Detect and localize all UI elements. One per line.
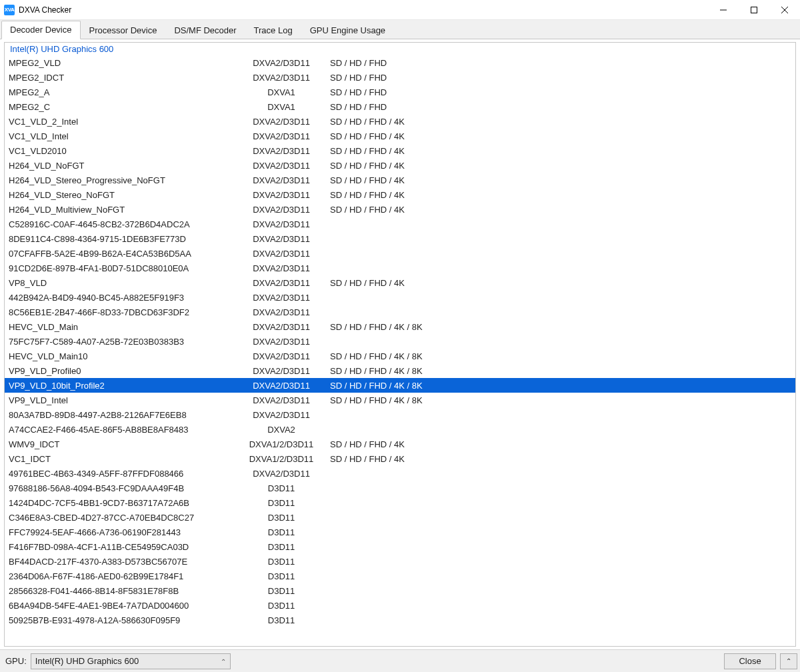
decoder-row[interactable]: VC1_VLD_IntelDXVA2/D3D11SD / HD / FHD / … [5, 129, 795, 143]
decoder-row[interactable]: VP9_VLD_Profile0DXVA2/D3D11SD / HD / FHD… [5, 363, 795, 378]
decoder-row[interactable]: 50925B7B-E931-4978-A12A-586630F095F9D3D1… [5, 613, 795, 627]
expand-button[interactable]: ⌃ [780, 653, 797, 669]
maximize-button[interactable] [739, 0, 769, 20]
decoder-row[interactable]: MPEG2_CDXVA1SD / HD / FHD [5, 99, 795, 114]
close-window-button[interactable] [769, 0, 800, 20]
chevron-up-icon: ⌃ [786, 657, 791, 665]
decoder-row[interactable]: 80A3A7BD-89D8-4497-A2B8-2126AF7E6EB8DXVA… [5, 407, 795, 422]
minimize-icon [720, 7, 727, 13]
decoder-api: DXVA2/D3D11 [238, 307, 325, 317]
decoder-row[interactable]: WMV9_IDCTDXVA1/2/D3D11SD / HD / FHD / 4K [5, 437, 795, 451]
tab-ds-mf-decoder[interactable]: DS/MF Decoder [165, 21, 245, 39]
decoder-api: DXVA2/D3D11 [238, 410, 325, 420]
decoder-row[interactable]: 8C56EB1E-2B47-466F-8D33-7DBCD63F3DF2DXVA… [5, 305, 795, 319]
decoder-resolutions: SD / HD / FHD / 4K [325, 278, 795, 288]
decoder-row[interactable]: MPEG2_ADXVA1SD / HD / FHD [5, 85, 795, 99]
decoder-resolutions: SD / HD / FHD / 4K / 8K [325, 322, 795, 332]
decoder-name: VP9_VLD_Intel [9, 395, 238, 405]
decoder-row[interactable]: H264_VLD_NoFGTDXVA2/D3D11SD / HD / FHD /… [5, 158, 795, 173]
decoder-row[interactable]: F416F7BD-098A-4CF1-A11B-CE54959CA03DD3D1… [5, 539, 795, 554]
tab-trace-log[interactable]: Trace Log [245, 21, 301, 39]
decoder-api: DXVA2/D3D11 [238, 469, 325, 479]
decoder-api: DXVA2/D3D11 [238, 366, 325, 376]
decoder-row[interactable]: MPEG2_IDCTDXVA2/D3D11SD / HD / FHD [5, 70, 795, 85]
tab-processor-device[interactable]: Processor Device [81, 21, 166, 39]
decoder-api: DXVA2/D3D11 [238, 322, 325, 332]
decoder-api: DXVA1/2/D3D11 [238, 439, 325, 449]
decoder-api: D3D11 [238, 513, 325, 523]
decoder-api: DXVA2/D3D11 [238, 161, 325, 171]
decoder-row[interactable]: 442B942A-B4D9-4940-BC45-A882E5F919F3DXVA… [5, 290, 795, 305]
device-group-header: Intel(R) UHD Graphics 600 [5, 43, 795, 55]
decoder-row[interactable]: HEVC_VLD_MainDXVA2/D3D11SD / HD / FHD / … [5, 319, 795, 334]
decoder-row[interactable]: 75FC75F7-C589-4A07-A25B-72E03B0383B3DXVA… [5, 334, 795, 349]
decoder-api: D3D11 [238, 615, 325, 625]
decoder-api: DXVA2/D3D11 [238, 146, 325, 156]
decoder-row[interactable]: C346E8A3-CBED-4D27-87CC-A70EB4DC8C27D3D1… [5, 510, 795, 525]
decoder-row[interactable]: VP9_VLD_10bit_Profile2DXVA2/D3D11SD / HD… [5, 378, 795, 393]
tab-gpu-engine-usage[interactable]: GPU Engine Usage [301, 21, 394, 39]
minimize-button[interactable] [708, 0, 739, 20]
decoder-api: DXVA2/D3D11 [238, 263, 325, 273]
decoder-api: DXVA2/D3D11 [238, 205, 325, 215]
decoder-api: DXVA2/D3D11 [238, 219, 325, 229]
decoder-api: D3D11 [238, 542, 325, 552]
decoder-name: VC1_IDCT [9, 454, 238, 464]
decoder-api: DXVA2/D3D11 [238, 234, 325, 244]
decoder-api: DXVA2 [238, 425, 325, 435]
decoder-row[interactable]: 97688186-56A8-4094-B543-FC9DAAA49F4BD3D1… [5, 481, 795, 495]
decoder-row[interactable]: 6B4A94DB-54FE-4AE1-9BE4-7A7DAD004600D3D1… [5, 598, 795, 613]
decoder-row[interactable]: H264_VLD_Multiview_NoFGTDXVA2/D3D11SD / … [5, 202, 795, 217]
decoder-row[interactable]: H264_VLD_Stereo_Progressive_NoFGTDXVA2/D… [5, 173, 795, 187]
decoder-name: H264_VLD_NoFGT [9, 161, 238, 171]
decoder-name: MPEG2_IDCT [9, 73, 238, 83]
maximize-icon [751, 7, 757, 13]
decoder-row[interactable]: 49761BEC-4B63-4349-A5FF-87FFDF088466DXVA… [5, 466, 795, 481]
decoder-api: DXVA2/D3D11 [238, 293, 325, 303]
decoder-resolutions: SD / HD / FHD / 4K / 8K [325, 395, 795, 405]
decoder-row[interactable]: 2364D06A-F67F-4186-AED0-62B99E1784F1D3D1… [5, 569, 795, 583]
tab-decoder-device[interactable]: Decoder Device [1, 21, 81, 39]
decoder-row[interactable]: 28566328-F041-4466-8B14-8F5831E78F8BD3D1… [5, 583, 795, 598]
decoder-row[interactable]: VC1_IDCTDXVA1/2/D3D11SD / HD / FHD / 4K [5, 451, 795, 466]
decoder-row[interactable]: 91CD2D6E-897B-4FA1-B0D7-51DC88010E0ADXVA… [5, 261, 795, 275]
title-bar: XVA DXVA Checker [0, 0, 800, 20]
close-icon [781, 7, 788, 13]
decoder-name: 2364D06A-F67F-4186-AED0-62B99E1784F1 [9, 571, 238, 581]
decoder-row[interactable]: A74CCAE2-F466-45AE-86F5-AB8BE8AF8483DXVA… [5, 422, 795, 437]
decoder-resolutions: SD / HD / FHD / 4K / 8K [325, 381, 795, 391]
gpu-select-value: Intel(R) UHD Graphics 600 [35, 656, 139, 666]
decoder-row[interactable]: 8DE911C4-C898-4364-9715-1DE6B3FE773DDXVA… [5, 231, 795, 246]
decoder-row[interactable]: 07CFAFFB-5A2E-4B99-B62A-E4CA53B6D5AADXVA… [5, 246, 795, 261]
decoder-api: DXVA2/D3D11 [238, 278, 325, 288]
decoder-row[interactable]: HEVC_VLD_Main10DXVA2/D3D11SD / HD / FHD … [5, 349, 795, 363]
decoder-row[interactable]: FFC79924-5EAF-4666-A736-06190F281443D3D1… [5, 525, 795, 539]
decoder-name: MPEG2_C [9, 102, 238, 112]
decoder-name: 6B4A94DB-54FE-4AE1-9BE4-7A7DAD004600 [9, 601, 238, 611]
decoder-row[interactable]: 1424D4DC-7CF5-4BB1-9CD7-B63717A72A6BD3D1… [5, 495, 795, 510]
decoder-row[interactable]: MPEG2_VLDDXVA2/D3D11SD / HD / FHD [5, 55, 795, 70]
decoder-name: MPEG2_A [9, 87, 238, 97]
decoder-api: DXVA2/D3D11 [238, 381, 325, 391]
decoder-api: DXVA2/D3D11 [238, 175, 325, 185]
decoder-api: DXVA2/D3D11 [238, 73, 325, 83]
decoder-row[interactable]: VC1_VLD2010DXVA2/D3D11SD / HD / FHD / 4K [5, 143, 795, 158]
decoder-row[interactable]: H264_VLD_Stereo_NoFGTDXVA2/D3D11SD / HD … [5, 187, 795, 202]
decoder-api: D3D11 [238, 527, 325, 537]
decoder-resolutions: SD / HD / FHD / 4K [325, 146, 795, 156]
decoder-resolutions: SD / HD / FHD / 4K [325, 454, 795, 464]
decoder-row[interactable]: VP8_VLDDXVA2/D3D11SD / HD / FHD / 4K [5, 275, 795, 290]
decoder-api: DXVA1 [238, 102, 325, 112]
close-button[interactable]: Close [724, 653, 776, 669]
decoder-row[interactable]: VC1_VLD_2_IntelDXVA2/D3D11SD / HD / FHD … [5, 114, 795, 129]
decoder-resolutions: SD / HD / FHD / 4K / 8K [325, 351, 795, 361]
decoder-row[interactable]: VP9_VLD_IntelDXVA2/D3D11SD / HD / FHD / … [5, 393, 795, 407]
decoder-name: 442B942A-B4D9-4940-BC45-A882E5F919F3 [9, 293, 238, 303]
decoder-resolutions: SD / HD / FHD / 4K [325, 205, 795, 215]
decoder-name: C528916C-C0AF-4645-8CB2-372B6D4ADC2A [9, 219, 238, 229]
gpu-select[interactable]: Intel(R) UHD Graphics 600 ⌃ [31, 653, 231, 669]
decoder-name: 8DE911C4-C898-4364-9715-1DE6B3FE773D [9, 234, 238, 244]
decoder-row[interactable]: BF44DACD-217F-4370-A383-D573BC56707ED3D1… [5, 554, 795, 569]
decoder-row[interactable]: C528916C-C0AF-4645-8CB2-372B6D4ADC2ADXVA… [5, 217, 795, 231]
decoder-name: 28566328-F041-4466-8B14-8F5831E78F8B [9, 586, 238, 596]
